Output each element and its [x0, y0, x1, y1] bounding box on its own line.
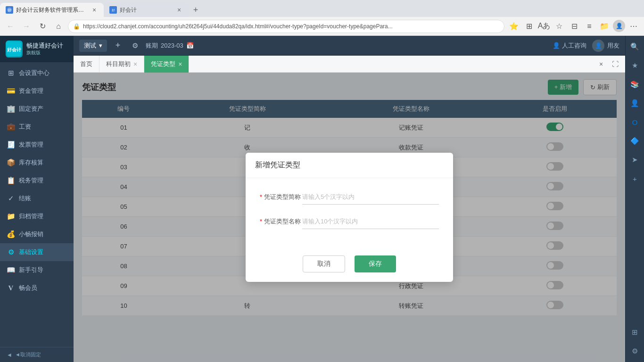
sidebar-item-guide[interactable]: 📖 新手引导 [0, 261, 74, 279]
user-info[interactable]: 👤 用友 [592, 40, 619, 52]
right-settings[interactable]: ⚙ [628, 344, 642, 358]
right-grid[interactable]: ⊞ [628, 325, 642, 339]
member-icon: V [7, 284, 15, 292]
sidebar-item-basic[interactable]: ⚙ 基础设置 [0, 243, 74, 261]
window-maximize[interactable]: ⛶ [609, 58, 621, 70]
app-container: 好会计 畅捷通好会计 旗舰版 ⊞ 会设置中心 💳 资金管理 🏢 固定资产 [0, 36, 644, 362]
browser-chrome: 好 好会计云财务软件管理系统_会计 × 好 好会计 × + ← → ↻ ⌂ 🔒 … [0, 0, 644, 36]
sidebar-item-label-member: 畅会员 [19, 284, 37, 292]
page-tab-bar: 首页 科目期初 × 凭证类型 × × ⛶ [74, 56, 625, 73]
right-collection[interactable]: 📚 [628, 77, 642, 91]
field-name-input[interactable] [302, 214, 439, 229]
sidebar-collapse-button[interactable]: ◄ ◄取消固定 [0, 347, 74, 362]
sidebar-collapse-label: ◄取消固定 [15, 351, 41, 358]
required-mark-name: * [260, 218, 262, 225]
user-label: 用友 [607, 41, 619, 50]
sidebar-item-inventory[interactable]: 📦 库存核算 [0, 154, 74, 172]
sidebar-item-label-salary: 工资 [19, 123, 31, 131]
sidebar-item-member[interactable]: V 畅会员 [0, 279, 74, 297]
field-code-label: * 凭证类型简称 [260, 193, 302, 201]
page-area: 凭证类型 + 新增 ↻ 刷新 编号 凭证类型简称 凭证类型名称 是否启用 [74, 73, 625, 362]
sidebar-item-tax[interactable]: 📋 税务管理 [0, 172, 74, 189]
save-button[interactable]: 保存 [355, 255, 396, 272]
tab-voucher-type-close[interactable]: × [178, 60, 182, 68]
sidebar-item-capital[interactable]: 💳 资金管理 [0, 82, 74, 100]
sidebar-item-checkout[interactable]: ✓ 结账 [0, 189, 74, 207]
fixed-assets-icon: 🏢 [7, 105, 15, 113]
right-outlook[interactable]: O [628, 115, 642, 129]
sidebar: 好会计 畅捷通好会计 旗舰版 ⊞ 会设置中心 💳 资金管理 🏢 固定资产 [0, 36, 74, 362]
browser-tab-2[interactable]: 好 好会计 × [104, 3, 189, 17]
logo-icon: 好会计 [6, 41, 23, 58]
tab-subject-close[interactable]: × [133, 60, 137, 68]
right-person[interactable]: 👤 [628, 96, 642, 110]
invoice-icon: 🧾 [7, 140, 15, 149]
tab-home[interactable]: 首页 [74, 56, 99, 73]
tab-subject[interactable]: 科目期初 × [99, 56, 144, 73]
address-bar[interactable]: 🔒 https://cloud2.chanjet.com/accounting/… [68, 20, 504, 33]
sidebar-item-label-inventory: 库存核算 [19, 158, 43, 167]
period-label: 账期 [146, 41, 158, 50]
sidebar-logo: 好会计 畅捷通好会计 旗舰版 [0, 36, 74, 62]
guide-icon: 📖 [7, 266, 15, 274]
svg-text:好: 好 [8, 8, 11, 12]
sidebar-item-fixed-assets[interactable]: 🏢 固定资产 [0, 100, 74, 118]
nav-extensions[interactable]: ⭐ [507, 20, 520, 33]
tab-close-1[interactable]: × [91, 6, 98, 14]
tab-voucher-type-label: 凭证类型 [151, 60, 175, 68]
checkout-icon: ✓ [7, 194, 15, 203]
logo-sub: 旗舰版 [26, 49, 63, 56]
settings-button[interactable]: ⚙ [129, 40, 141, 52]
nav-more[interactable]: ⋯ [627, 20, 640, 33]
workspace-name: 测试 [84, 41, 96, 50]
nav-tab-groups[interactable]: ⊟ [568, 20, 581, 33]
new-tab-button[interactable]: + [189, 3, 203, 17]
nav-profile[interactable]: 👤 [613, 20, 625, 32]
field-code-input[interactable] [302, 189, 439, 205]
add-workspace-button[interactable]: + [112, 40, 124, 52]
nav-refresh[interactable]: ↻ [36, 20, 49, 33]
consult-button[interactable]: 👤 人工咨询 [553, 41, 586, 50]
nav-home[interactable]: ⌂ [52, 20, 65, 33]
nav-collections[interactable]: 📁 [598, 20, 611, 33]
nav-bookmark[interactable]: ☆ [553, 20, 566, 33]
nav-forward[interactable]: → [20, 20, 33, 33]
nav-actions: ⭐ ⊞ Aあ ☆ ⊟ ≡ 📁 👤 ⋯ [507, 20, 640, 33]
top-bar: 测试 ▾ + ⚙ 账期 2023-03 📅 👤 人工咨询 👤 用友 [74, 36, 625, 56]
right-search[interactable]: 🔍 [628, 40, 642, 54]
browser-tab-bar: 好 好会计云财务软件管理系统_会计 × 好 好会计 × + [0, 0, 644, 17]
sidebar-menu: ⊞ 会设置中心 💳 资金管理 🏢 固定资产 💼 工资 🧾 发票管理 📦 库 [0, 62, 74, 347]
nav-translate[interactable]: Aあ [537, 20, 551, 33]
capital-icon: 💳 [7, 87, 15, 95]
sidebar-item-label-capital: 资金管理 [19, 87, 43, 95]
sidebar-item-expense[interactable]: 💰 小畅报销 [0, 225, 74, 243]
required-mark-code: * [260, 193, 262, 200]
sidebar-item-archive[interactable]: 📁 归档管理 [0, 207, 74, 225]
basic-icon: ⚙ [7, 248, 15, 256]
right-plus[interactable]: + [628, 172, 642, 186]
tab-home-label: 首页 [80, 60, 92, 68]
sidebar-item-dashboard[interactable]: ⊞ 会设置中心 [0, 64, 74, 82]
user-avatar: 👤 [592, 40, 604, 52]
cancel-button[interactable]: 取消 [303, 255, 345, 272]
right-star[interactable]: ★ [628, 58, 642, 73]
sidebar-collapse-icon: ◄ [7, 352, 12, 358]
nav-back[interactable]: ← [4, 20, 17, 33]
workspace-selector[interactable]: 测试 ▾ [79, 40, 107, 52]
dialog-header: 新增凭证类型 [246, 153, 453, 178]
sidebar-item-salary[interactable]: 💼 工资 [0, 118, 74, 136]
svg-text:好: 好 [112, 8, 115, 12]
form-row-code: * 凭证类型简称 [260, 189, 439, 205]
window-minimize[interactable]: × [595, 58, 607, 70]
right-edge-icon[interactable]: 🔷 [628, 134, 642, 148]
field-name-label: * 凭证类型名称 [260, 217, 302, 226]
logo-name: 畅捷通好会计 [26, 42, 63, 50]
tab-close-2[interactable]: × [175, 6, 183, 14]
right-arrow[interactable]: ➤ [628, 153, 642, 167]
browser-tab-1[interactable]: 好 好会计云财务软件管理系统_会计 × [0, 3, 104, 17]
dialog-title: 新增凭证类型 [255, 160, 300, 170]
sidebar-item-invoice[interactable]: 🧾 发票管理 [0, 136, 74, 154]
nav-sync[interactable]: ⊞ [522, 20, 536, 33]
tab-voucher-type[interactable]: 凭证类型 × [144, 56, 189, 73]
nav-read-mode[interactable]: ≡ [583, 20, 596, 33]
